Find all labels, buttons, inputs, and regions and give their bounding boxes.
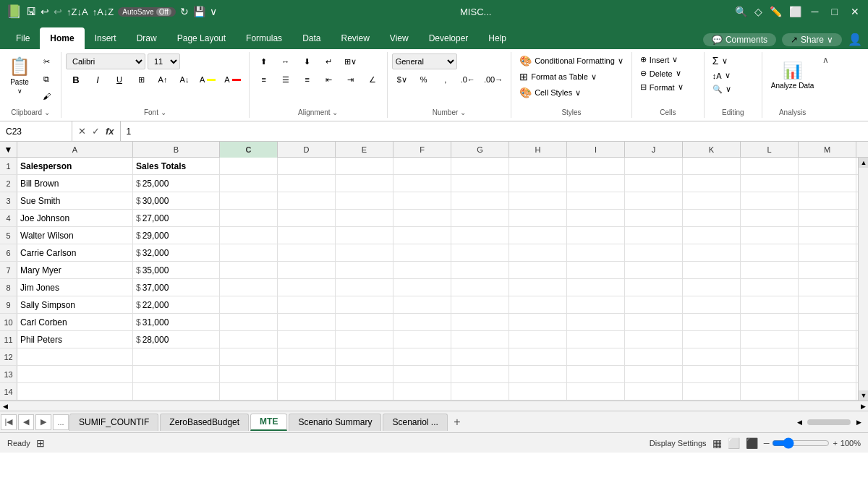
copy-button[interactable]: ⧉	[36, 71, 56, 87]
zoom-out-button[interactable]: ─	[764, 439, 770, 448]
cell-c3[interactable]	[220, 192, 278, 209]
sort-za-icon[interactable]: ↑A↓Z	[93, 7, 114, 17]
number-expand-icon[interactable]: ⌄	[460, 108, 466, 116]
cell-c1[interactable]	[220, 158, 278, 174]
cell-a3[interactable]: Sue Smith	[17, 192, 133, 209]
cell-f8[interactable]	[393, 279, 451, 296]
cell-g6[interactable]	[451, 244, 509, 261]
collapse-ribbon-button[interactable]: ∧	[822, 55, 829, 65]
cell-m12[interactable]	[799, 348, 856, 365]
cell-c11[interactable]	[220, 331, 278, 348]
cell-b13[interactable]	[133, 366, 220, 382]
cell-i7[interactable]	[567, 262, 625, 278]
undo-icon[interactable]: ↩	[41, 6, 49, 17]
font-family-select[interactable]: Calibri	[66, 53, 145, 69]
cell-d3[interactable]	[278, 192, 336, 209]
cell-c4[interactable]	[220, 210, 278, 226]
cell-a13[interactable]	[17, 366, 133, 382]
percent-button[interactable]: %	[414, 72, 434, 87]
fill-color-button[interactable]: A	[196, 72, 219, 87]
cell-b10[interactable]: $31,000	[133, 314, 220, 330]
cell-d2[interactable]	[278, 175, 336, 192]
cell-a8[interactable]: Jim Jones	[17, 279, 133, 296]
cell-g10[interactable]	[451, 314, 509, 330]
bold-button[interactable]: B	[66, 72, 86, 87]
cell-b8[interactable]: $37,000	[133, 279, 220, 296]
row-number[interactable]: 11	[0, 331, 17, 348]
cell-e4[interactable]	[336, 210, 393, 226]
cell-l5[interactable]	[741, 227, 799, 244]
cell-e3[interactable]	[336, 192, 393, 209]
cell-c14[interactable]	[220, 383, 278, 400]
cell-d7[interactable]	[278, 262, 336, 278]
cell-e5[interactable]	[336, 227, 393, 244]
cell-l2[interactable]	[741, 175, 799, 192]
cell-k8[interactable]	[683, 279, 741, 296]
sum-button[interactable]: Σ ∨	[709, 53, 757, 68]
cell-j12[interactable]	[625, 348, 683, 365]
scroll-up-button[interactable]: ▲	[859, 158, 868, 168]
cell-k2[interactable]	[683, 175, 741, 192]
cell-k4[interactable]	[683, 210, 741, 226]
cell-l12[interactable]	[741, 348, 799, 365]
cell-g13[interactable]	[451, 366, 509, 382]
row-number[interactable]: 8	[0, 279, 17, 296]
cell-k11[interactable]	[683, 331, 741, 348]
cell-g7[interactable]	[451, 262, 509, 278]
cell-j13[interactable]	[625, 366, 683, 382]
cell-b6[interactable]: $32,000	[133, 244, 220, 261]
cell-e2[interactable]	[336, 175, 393, 192]
font-color-button[interactable]: A	[221, 72, 244, 87]
cell-d9[interactable]	[278, 296, 336, 313]
row-number[interactable]: 1	[0, 158, 17, 174]
cell-i4[interactable]	[567, 210, 625, 226]
cell-g4[interactable]	[451, 210, 509, 226]
cell-b5[interactable]: $29,000	[133, 227, 220, 244]
zoom-in-button[interactable]: +	[833, 439, 837, 448]
align-right-button[interactable]: ≡	[297, 72, 318, 87]
sheet-tab-scenario-summary[interactable]: Scenario Summary	[289, 414, 381, 431]
cell-b3[interactable]: $30,000	[133, 192, 220, 209]
screen-share-icon[interactable]: ⬜	[789, 6, 801, 17]
cell-c8[interactable]	[220, 279, 278, 296]
cell-d10[interactable]	[278, 314, 336, 330]
cell-l14[interactable]	[741, 383, 799, 400]
share-btn[interactable]: ↗ Share ∨	[782, 33, 842, 46]
cell-d4[interactable]	[278, 210, 336, 226]
find-select-button[interactable]: 🔍 ∨	[709, 83, 757, 95]
comma-button[interactable]: ,	[435, 72, 456, 87]
cell-l4[interactable]	[741, 210, 799, 226]
cell-h6[interactable]	[509, 244, 567, 261]
cut-button[interactable]: ✂	[36, 53, 56, 69]
cell-f12[interactable]	[393, 348, 451, 365]
col-header-m[interactable]: M	[799, 142, 856, 158]
cell-f2[interactable]	[393, 175, 451, 192]
cell-b14[interactable]	[133, 383, 220, 400]
cell-e9[interactable]	[336, 296, 393, 313]
cell-e11[interactable]	[336, 331, 393, 348]
cell-a12[interactable]	[17, 348, 133, 365]
cell-b11[interactable]: $28,000	[133, 331, 220, 348]
cell-d8[interactable]	[278, 279, 336, 296]
view-normal-button[interactable]: ▦	[712, 437, 722, 449]
align-center-button[interactable]: ☰	[276, 72, 296, 87]
row-number[interactable]: 12	[0, 348, 17, 365]
cell-e7[interactable]	[336, 262, 393, 278]
increase-font-button[interactable]: A↑	[153, 72, 173, 87]
cell-c9[interactable]	[220, 296, 278, 313]
cell-c10[interactable]	[220, 314, 278, 330]
cell-a4[interactable]: Joe Johnson	[17, 210, 133, 226]
col-header-k[interactable]: K	[683, 142, 741, 158]
cell-i11[interactable]	[567, 331, 625, 348]
row-number[interactable]: 13	[0, 366, 17, 382]
cell-h2[interactable]	[509, 175, 567, 192]
cell-i1[interactable]	[567, 158, 625, 174]
cell-g8[interactable]	[451, 279, 509, 296]
cell-m2[interactable]	[799, 175, 856, 192]
decrease-indent-button[interactable]: ⇤	[319, 72, 339, 87]
cell-j8[interactable]	[625, 279, 683, 296]
cell-b7[interactable]: $35,000	[133, 262, 220, 278]
cell-l6[interactable]	[741, 244, 799, 261]
view-page-layout-button[interactable]: ⬜	[728, 437, 740, 449]
col-header-b[interactable]: B	[133, 142, 220, 158]
